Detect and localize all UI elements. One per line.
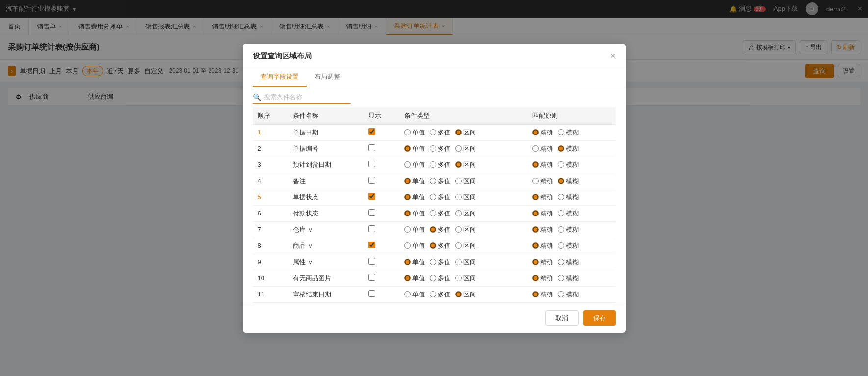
radio-condition-区间[interactable]: 区间 (455, 242, 476, 250)
radio-condition-单值[interactable]: 单值 (404, 242, 425, 250)
display-checkbox[interactable] (368, 258, 375, 265)
radio-condition-多值[interactable]: 多值 (430, 242, 450, 250)
table-row: 8商品 ∨单值多值区间精确模糊 (253, 238, 616, 254)
radio-condition-多值[interactable]: 多值 (430, 258, 450, 267)
radio-match-模糊[interactable]: 模糊 (558, 258, 579, 267)
radio-condition-单值[interactable]: 单值 (404, 193, 425, 202)
radio-condition-多值[interactable]: 多值 (430, 225, 450, 234)
radio-match-精确[interactable]: 精确 (532, 128, 553, 137)
radio-condition-单值[interactable]: 单值 (404, 144, 425, 153)
display-checkbox[interactable] (368, 177, 375, 184)
radio-condition-多值[interactable]: 多值 (430, 144, 450, 153)
radio-condition-多值[interactable]: 多值 (430, 128, 450, 137)
radio-match-模糊[interactable]: 模糊 (558, 193, 579, 202)
radio-match-模糊[interactable]: 模糊 (558, 274, 579, 279)
row-match-rule-cell: 精确模糊 (527, 124, 616, 140)
display-checkbox[interactable] (368, 193, 375, 200)
row-condition-name: 备注 (288, 173, 364, 189)
radio-condition-区间[interactable]: 区间 (455, 258, 476, 267)
radio-match-模糊[interactable]: 模糊 (558, 128, 579, 137)
row-display-cell[interactable] (364, 205, 399, 221)
display-checkbox[interactable] (368, 144, 375, 151)
radio-match-模糊[interactable]: 模糊 (558, 225, 579, 234)
radio-condition-多值[interactable]: 多值 (430, 161, 450, 169)
display-checkbox[interactable] (368, 274, 375, 279)
order-num: 3 (258, 161, 261, 168)
row-condition-type-cell: 单值多值区间 (399, 270, 527, 279)
radio-match-精确[interactable]: 精确 (532, 177, 553, 186)
radio-condition-多值[interactable]: 多值 (430, 193, 450, 202)
order-num: 10 (258, 274, 264, 279)
radio-condition-单值[interactable]: 单值 (404, 161, 425, 169)
table-row: 1单据日期单值多值区间精确模糊 (253, 124, 616, 140)
radio-match-精确[interactable]: 精确 (532, 193, 553, 202)
row-display-cell[interactable] (364, 173, 399, 189)
row-condition-name: 预计到货日期 (288, 157, 364, 173)
display-checkbox[interactable] (368, 161, 375, 167)
row-display-cell[interactable] (364, 189, 399, 205)
row-display-cell[interactable] (364, 140, 399, 157)
row-display-cell[interactable] (364, 221, 399, 238)
table-row: 2单据编号单值多值区间精确模糊 (253, 140, 616, 157)
row-order: 10 (253, 270, 288, 279)
modal-title: 设置查询区域布局 (253, 52, 312, 61)
radio-condition-单值[interactable]: 单值 (404, 128, 425, 137)
row-order: 2 (253, 140, 288, 157)
row-display-cell[interactable] (364, 238, 399, 254)
radio-match-精确[interactable]: 精确 (532, 225, 553, 234)
display-checkbox[interactable] (368, 242, 375, 248)
radio-match-模糊[interactable]: 模糊 (558, 144, 579, 153)
modal-table-container: 顺序 条件名称 显示 条件类型 匹配原则 1单据日期单值多值区间精确模糊2单据编… (243, 107, 626, 279)
settings-modal: 设置查询区域布局 × 查询字段设置 布局调整 🔍 顺序 (243, 44, 626, 279)
radio-condition-单值[interactable]: 单值 (404, 258, 425, 267)
display-checkbox[interactable] (368, 128, 375, 135)
radio-condition-单值[interactable]: 单值 (404, 274, 425, 279)
row-match-rule-cell: 精确模糊 (527, 270, 616, 279)
row-order: 6 (253, 205, 288, 221)
radio-match-模糊[interactable]: 模糊 (558, 161, 579, 169)
radio-match-模糊[interactable]: 模糊 (558, 177, 579, 186)
row-condition-name: 单据日期 (288, 124, 364, 140)
row-display-cell[interactable] (364, 124, 399, 140)
display-checkbox[interactable] (368, 209, 375, 216)
radio-condition-区间[interactable]: 区间 (455, 209, 476, 218)
row-match-rule-cell: 精确模糊 (527, 238, 616, 254)
modal-close-button[interactable]: × (610, 52, 616, 60)
col-name: 条件名称 (288, 107, 364, 125)
order-num: 9 (258, 258, 261, 266)
radio-match-精确[interactable]: 精确 (532, 258, 553, 267)
radio-match-精确[interactable]: 精确 (532, 161, 553, 169)
radio-match-精确[interactable]: 精确 (532, 144, 553, 153)
col-match-rule: 匹配原则 (527, 107, 616, 125)
row-condition-name: 属性 ∨ (288, 254, 364, 270)
row-order: 9 (253, 254, 288, 270)
radio-condition-区间[interactable]: 区间 (455, 161, 476, 169)
display-checkbox[interactable] (368, 225, 375, 232)
radio-match-模糊[interactable]: 模糊 (558, 242, 579, 250)
radio-condition-多值[interactable]: 多值 (430, 274, 450, 279)
row-display-cell[interactable] (364, 157, 399, 173)
radio-match-模糊[interactable]: 模糊 (558, 209, 579, 218)
modal-tab-layout[interactable]: 布局调整 (307, 67, 348, 87)
radio-condition-单值[interactable]: 单值 (404, 225, 425, 234)
radio-condition-区间[interactable]: 区间 (455, 193, 476, 202)
radio-condition-单值[interactable]: 单值 (404, 177, 425, 186)
modal-search-area: 🔍 (243, 87, 626, 107)
radio-condition-单值[interactable]: 单值 (404, 209, 425, 218)
radio-condition-多值[interactable]: 多值 (430, 209, 450, 218)
row-display-cell[interactable] (364, 270, 399, 279)
radio-condition-区间[interactable]: 区间 (455, 225, 476, 234)
row-display-cell[interactable] (364, 254, 399, 270)
radio-condition-多值[interactable]: 多值 (430, 177, 450, 186)
radio-condition-区间[interactable]: 区间 (455, 177, 476, 186)
radio-match-精确[interactable]: 精确 (532, 242, 553, 250)
radio-condition-区间[interactable]: 区间 (455, 128, 476, 137)
radio-match-精确[interactable]: 精确 (532, 209, 553, 218)
modal-tab-query-fields[interactable]: 查询字段设置 (253, 67, 307, 87)
row-order: 4 (253, 173, 288, 189)
radio-condition-区间[interactable]: 区间 (455, 274, 476, 279)
search-input[interactable] (264, 93, 342, 101)
order-num: 8 (258, 242, 261, 249)
radio-match-精确[interactable]: 精确 (532, 274, 553, 279)
radio-condition-区间[interactable]: 区间 (455, 144, 476, 153)
